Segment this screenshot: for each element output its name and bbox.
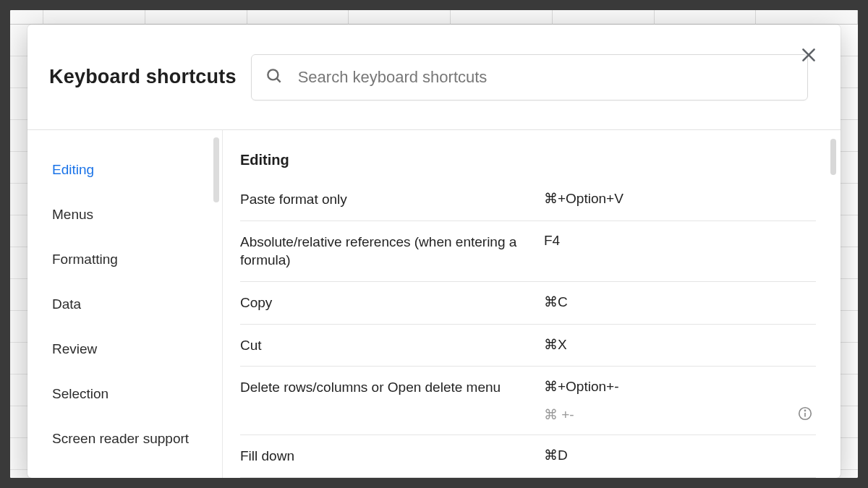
shortcut-key: ⌘D — [544, 447, 816, 463]
keyboard-shortcuts-dialog: Keyboard shortcuts Edi — [27, 25, 841, 478]
shortcut-keys: F4 — [544, 233, 816, 249]
sidebar-item-label: Data — [52, 296, 81, 312]
close-icon — [799, 46, 818, 67]
svg-point-6 — [804, 411, 805, 411]
sidebar-item-formatting[interactable]: Formatting — [27, 237, 222, 282]
sidebar-item-label: Editing — [52, 162, 94, 177]
sidebar-item-label: File commands — [52, 476, 145, 478]
dialog-title: Keyboard shortcuts — [49, 66, 237, 88]
shortcut-key: ⌘X — [544, 336, 816, 353]
shortcut-row: Delete rows/columns or Open delete menu⌘… — [240, 367, 816, 435]
search-icon — [265, 67, 284, 88]
shortcut-keys: ⌘X — [544, 336, 816, 353]
shortcut-row: Paste format only⌘+Option+V — [240, 179, 816, 221]
shortcut-keys: ⌘D — [544, 447, 816, 463]
shortcut-row: Cut⌘X — [240, 325, 816, 367]
shortcut-key: ⌘+Option+- — [544, 378, 816, 395]
shortcut-key: ⌘ +- — [544, 406, 816, 423]
sidebar-item-editing[interactable]: Editing — [27, 147, 222, 192]
content-scrollbar[interactable] — [830, 139, 836, 175]
shortcut-description: Fill down — [240, 447, 544, 466]
shortcut-description: Delete rows/columns or Open delete menu — [240, 378, 544, 397]
sidebar-item-selection[interactable]: Selection — [27, 372, 222, 416]
shortcut-row: Absolute/relative references (when enter… — [240, 221, 816, 282]
close-button[interactable] — [794, 42, 823, 71]
info-icon[interactable] — [797, 406, 813, 424]
shortcut-description: Paste format only — [240, 190, 544, 209]
sidebar-item-screen-reader-support[interactable]: Screen reader support — [27, 416, 222, 461]
sidebar-scrollbar[interactable] — [213, 137, 219, 202]
sidebar-item-file-commands[interactable]: File commands — [27, 461, 222, 478]
shortcut-description: Copy — [240, 294, 544, 312]
sidebar-item-review[interactable]: Review — [27, 327, 222, 372]
shortcut-row: Copy⌘C — [240, 282, 816, 325]
shortcut-key: ⌘+Option+V — [544, 190, 816, 207]
category-sidebar: EditingMenusFormattingDataReviewSelectio… — [27, 130, 223, 478]
sidebar-item-data[interactable]: Data — [27, 282, 222, 327]
search-field-wrap[interactable] — [251, 54, 808, 100]
search-input[interactable] — [298, 68, 794, 87]
shortcut-key: F4 — [544, 233, 816, 249]
column-headers — [10, 10, 858, 25]
dialog-header: Keyboard shortcuts — [27, 25, 841, 130]
sidebar-item-label: Selection — [52, 386, 109, 401]
sidebar-item-label: Menus — [52, 207, 93, 222]
shortcut-row: Fill down⌘D — [240, 435, 816, 478]
shortcut-keys: ⌘C — [544, 294, 816, 310]
svg-point-0 — [268, 69, 278, 80]
svg-line-1 — [276, 78, 280, 82]
shortcut-description: Cut — [240, 336, 544, 355]
sidebar-item-label: Screen reader support — [52, 431, 189, 446]
shortcut-keys: ⌘+Option+-⌘ +- — [544, 378, 816, 423]
sidebar-item-menus[interactable]: Menus — [27, 192, 222, 237]
shortcut-keys: ⌘+Option+V — [544, 190, 816, 207]
shortcut-description: Absolute/relative references (when enter… — [240, 233, 544, 270]
section-title: Editing — [240, 152, 816, 168]
sidebar-item-label: Formatting — [52, 252, 118, 267]
shortcut-list: Editing Paste format only⌘+Option+VAbsol… — [223, 130, 841, 478]
sidebar-item-label: Review — [52, 341, 97, 356]
shortcut-key: ⌘C — [544, 294, 816, 310]
